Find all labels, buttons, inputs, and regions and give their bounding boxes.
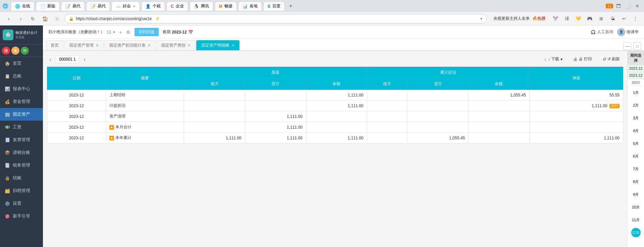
browser-tab-changjie[interactable]: M 畅捷 (215, 1, 237, 11)
period-month-circle[interactable]: 12月 (631, 228, 641, 237)
home-button[interactable]: 🏠 (40, 14, 50, 23)
refresh-button[interactable]: ↺ ↺ 刷新 (599, 55, 623, 63)
period-month-item[interactable]: 9月 (628, 188, 644, 201)
service-button[interactable]: 🎧 人工咨询 (591, 29, 613, 35)
browser-tab-baidu[interactable]: S 百度 (263, 1, 285, 11)
browser-tab-gedi[interactable]: 📊 各地 (238, 1, 262, 11)
calendar-icon[interactable]: 📅 (188, 30, 193, 35)
period-month-item[interactable]: 2月 (628, 99, 644, 112)
period-month-item[interactable]: 1月 (628, 86, 644, 99)
period-month-item[interactable]: 6月 (628, 150, 644, 163)
browser-tab-new[interactable]: 📄 新版 (36, 1, 60, 11)
address-bar[interactable]: 🔒 https://cloud.chanjet.com/accounting/u… (64, 14, 487, 23)
scissors-icon[interactable]: ✂️ (551, 14, 560, 23)
period-month-item[interactable]: 8月 (628, 175, 644, 188)
sidebar-item-reports[interactable]: 📊 报表中心 (0, 82, 43, 95)
menu-icon[interactable]: ⋮ (631, 14, 640, 23)
period-month-circle[interactable]: 8月 (631, 177, 641, 186)
sidebar-item-close[interactable]: 🔒 结账 (0, 172, 43, 184)
period-month-circle[interactable]: 2月 (631, 101, 641, 110)
tab-home[interactable]: 首页 (46, 40, 64, 50)
grid-icon[interactable]: ⊞ (596, 14, 606, 23)
period-month-item[interactable]: 3月 (628, 112, 644, 124)
sidebar-item-tax[interactable]: 📑 税务管理 (0, 159, 43, 172)
browser-tab-getax[interactable]: 👤 个税 (141, 1, 165, 11)
tab-fixed-assets[interactable]: 固定资产管理 ✕ (64, 40, 104, 50)
tab-category[interactable]: 固定资产类别 ✕ (156, 40, 196, 50)
tab-depreciation[interactable]: 固定资产折旧统计表 ✕ (104, 40, 156, 50)
account-dropdown-icon[interactable]: ▾ (113, 30, 115, 35)
period-value: 2023-12 (172, 30, 187, 35)
sidebar-item-archive[interactable]: 🗂️ 归档管理 (0, 184, 43, 197)
collapse-panel-button[interactable]: — (623, 42, 631, 50)
user-info[interactable]: 👤 徐译华 (617, 28, 639, 36)
browser-tab-tencent[interactable]: 🐧 腾讯 (190, 1, 213, 11)
prev-page-button[interactable]: ‹ (47, 56, 54, 63)
download-button[interactable]: ↓ ↓ 下载 ▾ (541, 55, 566, 63)
tab-fixed-assets-close[interactable]: ✕ (96, 43, 99, 48)
funds-icon: 💰 (5, 99, 10, 104)
address-dropdown-icon[interactable]: ▾ (480, 16, 482, 21)
sidebar-item-invoice[interactable]: 🧾 发票管理 (0, 133, 43, 146)
brightness-icon[interactable]: 🌤 (608, 14, 617, 23)
period-month-circle[interactable]: 10月 (631, 202, 641, 212)
period-month-circle[interactable]: 9月 (631, 190, 641, 199)
wallet-icon[interactable]: 💛 (574, 14, 583, 23)
period-month-item[interactable]: 4月 (628, 124, 644, 137)
browser-tab-haokuai[interactable]: ☁️ 好会 ✕ (111, 1, 140, 11)
browser-maximize-btn[interactable]: ⬜ (624, 2, 632, 10)
switch-version-button[interactable]: 切到旧版 (135, 28, 159, 36)
browser-tab-enterprise[interactable]: C 企业 (166, 1, 188, 11)
col-accum-debit: 借方 (367, 78, 408, 90)
weibo-icon[interactable]: 微 (2, 47, 10, 55)
star-icon[interactable]: ★ (11, 47, 19, 55)
undo-icon[interactable]: ↩ (619, 14, 629, 23)
back-button[interactable]: ‹ (4, 14, 13, 23)
period-month-item[interactable]: 11月 (628, 213, 644, 226)
add-account-icon[interactable]: + (119, 29, 122, 35)
print-button[interactable]: 🖨 🖨 打印 (570, 55, 595, 63)
new-tab-button[interactable]: + (286, 1, 296, 11)
account-settings-icon[interactable]: ⚙ (126, 29, 130, 35)
browser-tab-online[interactable]: 🌐 在线 (11, 1, 35, 11)
mail-icon[interactable]: ✉ (21, 47, 29, 55)
sidebar-item-sales[interactable]: 📦 进销台账 (0, 146, 43, 159)
browser-close-btn[interactable]: ✕ (633, 2, 641, 10)
sidebar-item-settings[interactable]: ⚙️ 设置 (0, 197, 43, 210)
sidebar-item-funds[interactable]: 💰 资金管理 (0, 95, 43, 108)
game-icon[interactable]: 🎮 (585, 14, 594, 23)
sidebar-item-salary[interactable]: 💵 工资 (0, 121, 43, 133)
period-month-circle[interactable]: 5月 (631, 139, 641, 148)
period-month-circle[interactable]: 11月 (631, 215, 641, 225)
sidebar-item-guide[interactable]: 🎯 新手引导 (0, 210, 43, 223)
page-number-input[interactable]: 000001 1 (56, 55, 79, 63)
browser-tab-yidai2[interactable]: 📝 易代 (86, 1, 110, 11)
hot-search-label[interactable]: 🔥热搜 (532, 16, 545, 21)
period-month-circle[interactable]: 3月 (631, 113, 641, 123)
sidebar-item-ledger[interactable]: 📋 总账 (0, 70, 43, 82)
expand-panel-button[interactable]: □ (633, 42, 641, 50)
forward-button[interactable]: › (16, 14, 25, 23)
period-month-circle[interactable]: 4月 (631, 126, 641, 135)
period-month-circle[interactable]: 6月 (631, 151, 641, 161)
download-dropdown-icon[interactable]: ▾ (560, 57, 562, 62)
bookmark-button[interactable]: ☆ (52, 14, 62, 23)
reload-button[interactable]: ↻ (28, 14, 38, 23)
browser-minimize-btn[interactable]: 🗖 (614, 2, 623, 10)
next-page-button[interactable]: › (81, 56, 88, 63)
period-month-circle[interactable]: 7月 (631, 164, 641, 174)
period-month-item[interactable]: 12月 (628, 226, 644, 239)
translate-icon[interactable]: 译 (562, 14, 572, 23)
browser-tab-yidai1[interactable]: 📝 易代 (61, 1, 85, 11)
tab-depreciation-close[interactable]: ✕ (148, 43, 151, 48)
period-month-item[interactable]: 7月 (628, 163, 644, 175)
tab-category-close[interactable]: ✕ (187, 43, 191, 48)
sidebar-item-home[interactable]: 🏠 首页 (0, 57, 43, 70)
browser-tab-close[interactable]: ✕ (133, 4, 136, 8)
sidebar-item-fixed[interactable]: 🏢 固定资产 (0, 108, 43, 121)
period-month-item[interactable]: 5月 (628, 137, 644, 150)
tab-ledger[interactable]: 固定资产明细账 ✕ (196, 40, 239, 50)
period-month-item[interactable]: 10月 (628, 201, 644, 213)
period-month-circle[interactable]: 1月 (631, 88, 641, 97)
tab-ledger-close[interactable]: ✕ (231, 43, 234, 48)
